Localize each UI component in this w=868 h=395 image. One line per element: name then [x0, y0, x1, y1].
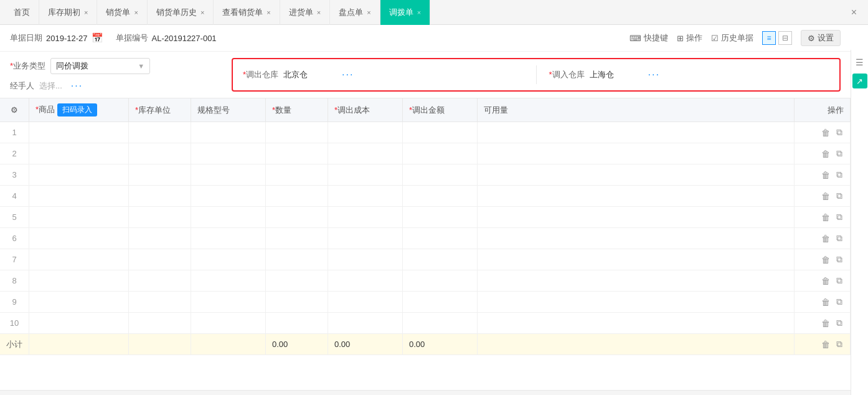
qty-cell[interactable] — [266, 122, 328, 143]
delete-btn[interactable]: 🗑 — [820, 317, 831, 330]
qty-cell[interactable] — [266, 292, 328, 313]
copy-btn[interactable]: ⧉ — [835, 126, 844, 139]
layout-btn-1[interactable]: ≡ — [762, 31, 776, 45]
copy-btn[interactable]: ⧉ — [835, 189, 844, 202]
tab-transfer-close[interactable]: × — [417, 9, 421, 16]
tab-inventory-close[interactable]: × — [367, 9, 370, 16]
settings-button[interactable]: ⚙ 设置 — [801, 30, 841, 46]
product-cell[interactable] — [29, 249, 129, 270]
tab-initial-stock-close[interactable]: × — [84, 9, 88, 16]
biz-type-select[interactable]: 同价调拨 ▼ — [50, 58, 150, 74]
tab-initial-stock[interactable]: 库存期初 × — [39, 0, 97, 25]
close-all-tabs[interactable]: × — [845, 7, 863, 18]
amount-cell[interactable] — [403, 270, 478, 292]
copy-btn[interactable]: ⧉ — [835, 147, 844, 160]
product-cell[interactable] — [29, 143, 129, 164]
copy-btn[interactable]: ⧉ — [835, 295, 844, 308]
horizontal-scrollbar[interactable] — [0, 390, 851, 395]
delete-btn[interactable]: 🗑 — [820, 126, 831, 139]
history-button[interactable]: ☑ 历史单据 — [711, 32, 753, 44]
layout-btn-2[interactable]: ⊟ — [778, 31, 792, 45]
amount-cell[interactable] — [403, 207, 478, 228]
tab-transfer[interactable]: 调拨单 × — [380, 0, 430, 25]
product-cell[interactable] — [29, 334, 129, 355]
spec-cell — [191, 228, 266, 249]
delete-btn[interactable]: 🗑 — [820, 190, 831, 202]
cost-cell[interactable] — [328, 164, 403, 186]
tab-inventory-label: 盘点单 — [339, 7, 363, 18]
transfer-in-more-btn[interactable]: ··· — [644, 69, 664, 80]
cost-cell[interactable] — [328, 270, 403, 292]
cost-cell[interactable] — [328, 186, 403, 207]
qty-cell[interactable] — [266, 164, 328, 186]
person-select[interactable]: 选择... — [39, 80, 62, 92]
tab-sales-history[interactable]: 销货单历史 × — [148, 0, 214, 25]
copy-btn[interactable]: ⧉ — [835, 274, 844, 287]
copy-btn[interactable]: ⧉ — [835, 232, 844, 245]
tab-purchase-order[interactable]: 进货单 × — [280, 0, 330, 25]
amount-cell[interactable] — [403, 228, 478, 249]
tab-view-sales[interactable]: 查看销货单 × — [214, 0, 280, 25]
sidebar-list-icon[interactable]: ☰ — [852, 55, 867, 70]
amount-cell[interactable] — [403, 249, 478, 270]
copy-btn[interactable]: ⧉ — [835, 168, 844, 181]
qty-cell[interactable] — [266, 186, 328, 207]
delete-btn[interactable]: 🗑 — [820, 296, 831, 308]
amount-cell[interactable] — [403, 292, 478, 313]
tab-purchase-order-close[interactable]: × — [317, 9, 321, 16]
shortcut-button[interactable]: ⌨ 快捷键 — [630, 32, 668, 44]
tab-inventory[interactable]: 盘点单 × — [330, 0, 380, 25]
copy-btn[interactable]: ⧉ — [835, 316, 844, 330]
tab-sales-history-close[interactable]: × — [200, 9, 204, 16]
qty-cell[interactable] — [266, 228, 328, 249]
qty-cell[interactable] — [266, 143, 328, 164]
delete-btn[interactable]: 🗑 — [820, 338, 831, 351]
copy-btn[interactable]: ⧉ — [835, 338, 844, 351]
qty-cell[interactable] — [266, 270, 328, 292]
tab-home[interactable]: 首页 — [5, 0, 39, 25]
person-more-btn[interactable]: ··· — [67, 80, 87, 92]
product-cell[interactable] — [29, 228, 129, 249]
operation-button[interactable]: ⊞ 操作 — [677, 32, 702, 44]
amount-cell[interactable] — [403, 164, 478, 186]
amount-cell[interactable] — [403, 143, 478, 164]
delete-btn[interactable]: 🗑 — [820, 275, 831, 287]
product-cell[interactable] — [29, 164, 129, 186]
cost-cell[interactable] — [328, 143, 403, 164]
cost-cell[interactable] — [328, 207, 403, 228]
tab-view-sales-close[interactable]: × — [267, 9, 270, 16]
delete-btn[interactable]: 🗑 — [820, 232, 831, 245]
sidebar-export-icon[interactable]: ↗ — [852, 74, 867, 88]
transfer-out-more-btn[interactable]: ··· — [338, 69, 357, 80]
cost-cell[interactable] — [328, 313, 403, 334]
tab-sales-order[interactable]: 销货单 × — [97, 0, 147, 25]
calendar-icon[interactable]: 📅 — [92, 32, 103, 44]
delete-btn[interactable]: 🗑 — [820, 148, 831, 160]
amount-cell[interactable] — [403, 313, 478, 334]
delete-btn[interactable]: 🗑 — [820, 254, 831, 266]
cost-cell[interactable] — [328, 122, 403, 143]
transfer-out-label: *调出仓库 — [243, 69, 278, 80]
product-cell[interactable] — [29, 270, 129, 292]
date-value[interactable]: 2019-12-27 — [46, 34, 88, 43]
scan-btn[interactable]: 扫码录入 — [57, 103, 97, 117]
copy-btn[interactable]: ⧉ — [835, 211, 844, 224]
cost-cell[interactable] — [328, 249, 403, 270]
qty-cell[interactable] — [266, 207, 328, 228]
product-cell[interactable] — [29, 122, 129, 143]
amount-cell[interactable] — [403, 122, 478, 143]
copy-btn[interactable]: ⧉ — [835, 253, 844, 266]
qty-cell[interactable] — [266, 249, 328, 270]
product-cell[interactable] — [29, 292, 129, 313]
tab-sales-order-close[interactable]: × — [134, 9, 138, 16]
gear-icon[interactable]: ⚙ — [11, 105, 18, 115]
cost-cell[interactable] — [328, 292, 403, 313]
delete-btn[interactable]: 🗑 — [820, 211, 831, 224]
product-cell[interactable] — [29, 313, 129, 334]
product-cell[interactable] — [29, 186, 129, 207]
delete-btn[interactable]: 🗑 — [820, 169, 831, 181]
qty-cell[interactable] — [266, 313, 328, 334]
product-cell[interactable] — [29, 207, 129, 228]
cost-cell[interactable] — [328, 228, 403, 249]
amount-cell[interactable] — [403, 186, 478, 207]
